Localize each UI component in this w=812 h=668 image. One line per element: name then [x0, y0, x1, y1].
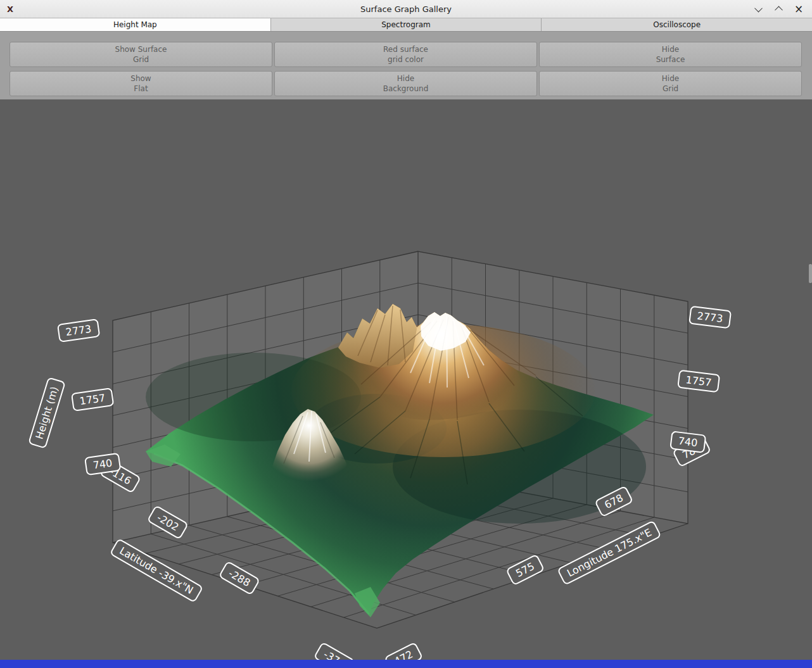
- terrain-shade-left: [146, 353, 361, 441]
- chevron-up-icon: [775, 6, 783, 14]
- height-axis-tick-left: 2773: [57, 318, 100, 343]
- app-window: X Surface Graph Gallery × Height Map Spe…: [0, 0, 812, 668]
- maximize-button[interactable]: [773, 3, 784, 15]
- latitude-axis-tick: -288: [219, 560, 261, 595]
- lowland-gullies: [329, 377, 583, 484]
- floor-grid: [146, 479, 654, 617]
- longitude-axis-tick: 575: [505, 554, 545, 586]
- toolbar: Show Surface Grid Red surface grid color…: [0, 32, 812, 99]
- coast-patch-left: [146, 444, 181, 467]
- small-mountain-gullies: [284, 416, 334, 463]
- left-ridge: [338, 304, 417, 368]
- tab-spectrogram[interactable]: Spectrogram: [271, 18, 542, 31]
- terrain-valley: [307, 394, 447, 463]
- scrollbar-thumb[interactable]: [809, 264, 812, 283]
- latitude-axis-tick: -202: [147, 505, 189, 539]
- box-edges: [113, 251, 688, 628]
- tab-oscilloscope[interactable]: Oscilloscope: [542, 18, 812, 31]
- titlebar: X Surface Graph Gallery ×: [0, 0, 812, 18]
- right-wall-grid: [418, 258, 688, 517]
- height-axis-tick-right: 2773: [688, 306, 732, 329]
- chevron-down-icon: [754, 4, 763, 12]
- show-surface-grid-button[interactable]: Show Surface Grid: [10, 42, 272, 67]
- surface-3d-view[interactable]: -116 781 2773 1757 740 Height (m) 2773 1…: [0, 99, 812, 660]
- small-mountain: [271, 409, 348, 484]
- latitude-axis-title: Latitude -39.x"N: [110, 538, 204, 603]
- height-axis-tick-left: 1757: [71, 388, 114, 412]
- mountain-gullies: [361, 317, 536, 420]
- longitude-axis-tick: 678: [594, 486, 633, 518]
- app-icon: X: [5, 4, 15, 14]
- back-right-wall: [418, 251, 688, 524]
- window-title: Surface Graph Gallery: [0, 4, 812, 14]
- close-button[interactable]: ×: [793, 3, 804, 15]
- shade-button[interactable]: [752, 3, 764, 15]
- latitude-axis-tick: -374: [314, 641, 356, 660]
- back-left-wall: [113, 251, 418, 543]
- longitude-axis-title: Longitude 175.x"E: [557, 520, 662, 586]
- left-wall-grid: [113, 260, 418, 534]
- snow-streaks: [410, 315, 484, 388]
- tab-height-map[interactable]: Height Map: [0, 18, 271, 31]
- red-surface-grid-color-button[interactable]: Red surface grid color: [274, 42, 537, 67]
- main-mountain: [341, 304, 521, 420]
- plot-box: [113, 251, 688, 628]
- tab-bar: Height Map Spectrogram Oscilloscope: [0, 18, 812, 32]
- show-flat-button[interactable]: Show Flat: [10, 71, 272, 96]
- mountain-skirt: [291, 324, 595, 457]
- height-axis-title: Height (m): [28, 377, 66, 449]
- bottom-bar: [0, 660, 812, 668]
- coast-patch-front: [355, 587, 380, 617]
- height-axis-tick-right: 1757: [677, 370, 720, 393]
- ridge-gullies: [358, 306, 405, 365]
- window-controls: ×: [752, 3, 812, 15]
- hide-surface-button[interactable]: Hide Surface: [539, 42, 802, 67]
- hide-grid-button[interactable]: Hide Grid: [539, 71, 802, 96]
- small-mountain-snow-streaks: [294, 411, 326, 462]
- snow-cap: [421, 312, 471, 351]
- hide-background-button[interactable]: Hide Background: [274, 71, 537, 96]
- longitude-axis-tick: 472: [384, 642, 423, 660]
